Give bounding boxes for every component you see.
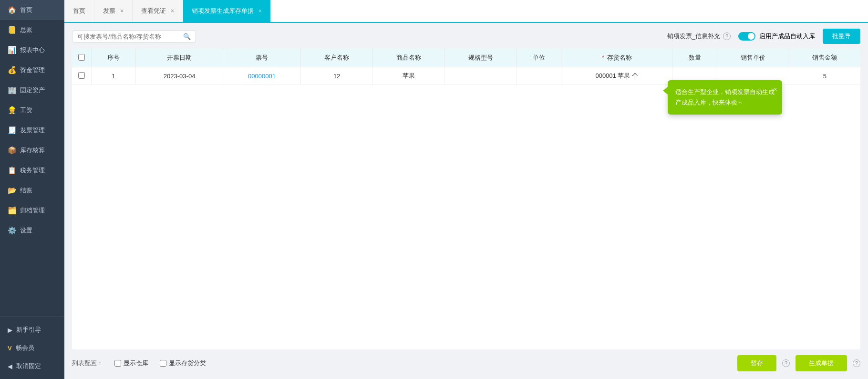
- tooltip-close-button[interactable]: ×: [774, 84, 777, 95]
- sidebar-label-guide: 新手引导: [16, 326, 41, 334]
- sidebar-label-invoice: 发票管理: [20, 126, 45, 135]
- toolbar-right: 销项发票_信息补充 ? 启用产成品自动入库 批量导: [667, 29, 860, 44]
- bottom-actions: 暂存 ? 生成单据 ?: [737, 355, 860, 371]
- tab-home-label: 首页: [73, 7, 85, 15]
- sidebar-item-reports[interactable]: 📊 报表中心: [0, 40, 64, 60]
- sidebar-item-guide[interactable]: ▶ 新手引导: [0, 321, 64, 339]
- list-config-label: 列表配置：: [72, 359, 103, 368]
- toolbar-row: 🔍 销项发票_信息补充 ? 启用产成品自动入库 批量导: [72, 29, 860, 44]
- select-all-checkbox[interactable]: [78, 54, 85, 61]
- search-box[interactable]: 🔍: [72, 31, 196, 42]
- info-label-wrap: 销项发票_信息补充 ?: [667, 32, 731, 41]
- tooltip-arrow: [663, 87, 668, 95]
- home-icon: 🏠: [8, 6, 16, 14]
- tab-storage[interactable]: 销项发票生成库存单据 ×: [183, 0, 270, 22]
- sidebar-item-settings[interactable]: ⚙️ 设置: [0, 221, 64, 241]
- col-customer: 客户名称: [301, 49, 373, 67]
- data-table: 序号 开票日期 票号 客户名称 商品名称 规格型号 单位 * 存货名称 数量 销…: [72, 49, 860, 85]
- row-number[interactable]: 00000001: [223, 67, 300, 85]
- archive-icon: 🗂️: [8, 206, 16, 215]
- show-warehouse-checkbox[interactable]: [114, 360, 121, 367]
- settle-icon: 📂: [8, 186, 16, 195]
- row-seq: 1: [91, 67, 136, 85]
- tab-voucher[interactable]: 查看凭证 ×: [133, 0, 183, 22]
- show-category-wrap[interactable]: 显示存货分类: [160, 359, 206, 368]
- generate-help-icon[interactable]: ?: [853, 359, 860, 367]
- search-icon[interactable]: 🔍: [183, 33, 191, 40]
- ledger-icon: 📒: [8, 26, 16, 34]
- row-model: [444, 67, 517, 85]
- guide-icon: ▶: [8, 326, 12, 334]
- sidebar-item-vip[interactable]: V 畅会员: [0, 339, 64, 357]
- col-product: 商品名称: [372, 49, 444, 67]
- tax-icon: 📋: [8, 166, 16, 175]
- tooltip-popup: × 适合生产型企业，销项发票自动生成产成品入库，快来体验～: [668, 80, 782, 115]
- show-category-checkbox[interactable]: [160, 360, 166, 367]
- batch-button[interactable]: 批量导: [823, 29, 860, 44]
- col-model: 规格型号: [444, 49, 517, 67]
- sidebar-label-vip: 畅会员: [16, 344, 34, 352]
- col-inventory: * 存货名称: [561, 49, 672, 67]
- sidebar-label-inventory: 库存核算: [20, 146, 45, 155]
- col-qty: 数量: [672, 49, 717, 67]
- sidebar-item-settle[interactable]: 📂 结账: [0, 180, 64, 200]
- sidebar-item-unpin[interactable]: ◀ 取消固定: [0, 357, 64, 375]
- row-inventory: 000001 苹果 个: [561, 67, 672, 85]
- row-unit: [517, 67, 561, 85]
- tab-storage-label: 销项发票生成库存单据: [192, 7, 254, 15]
- tab-voucher-label: 查看凭证: [141, 7, 166, 15]
- sidebar-item-inventory[interactable]: 📦 库存核算: [0, 140, 64, 160]
- sidebar-label-funds: 资金管理: [20, 66, 45, 74]
- row-customer: 12: [301, 67, 373, 85]
- sidebar-label-settle: 结账: [20, 186, 32, 195]
- row-checkbox-cell: [72, 67, 91, 85]
- show-category-label: 显示存货分类: [169, 359, 206, 368]
- tab-voucher-close[interactable]: ×: [171, 8, 174, 14]
- row-number-link[interactable]: 00000001: [248, 73, 276, 80]
- col-unit-price: 销售单价: [717, 49, 789, 67]
- vip-icon: V: [8, 345, 12, 352]
- sidebar-label-archive: 归档管理: [20, 206, 45, 215]
- col-checkbox: [72, 49, 91, 67]
- show-warehouse-label: 显示仓库: [124, 359, 148, 368]
- tab-home[interactable]: 首页: [64, 0, 94, 22]
- sidebar-item-assets[interactable]: 🏢 固定资产: [0, 80, 64, 100]
- tab-storage-close[interactable]: ×: [258, 8, 262, 14]
- show-warehouse-wrap[interactable]: 显示仓库: [114, 359, 148, 368]
- sidebar-item-home[interactable]: 🏠 首页: [0, 0, 64, 20]
- col-seq: 序号: [91, 49, 136, 67]
- sidebar-label-reports: 报表中心: [20, 46, 45, 54]
- save-help-icon[interactable]: ?: [782, 359, 790, 367]
- reports-icon: 📊: [8, 46, 16, 54]
- sidebar-item-funds[interactable]: 💰 资金管理: [0, 60, 64, 80]
- sidebar-bottom: ▶ 新手引导 V 畅会员 ◀ 取消固定: [0, 316, 64, 379]
- toggle-label: 启用产成品自动入库: [759, 32, 815, 41]
- sidebar-item-tax[interactable]: 📋 税务管理: [0, 160, 64, 180]
- generate-button[interactable]: 生成单据: [796, 355, 847, 371]
- row-checkbox[interactable]: [78, 72, 85, 79]
- row-product: 苹果: [372, 67, 444, 85]
- auto-warehouse-toggle[interactable]: [738, 32, 755, 41]
- sidebar-label-home: 首页: [20, 6, 32, 14]
- tab-bar: 首页 发票 × 查看凭证 × 销项发票生成库存单据 ×: [64, 0, 868, 23]
- col-unit: 单位: [517, 49, 561, 67]
- sidebar-label-settings: 设置: [20, 226, 32, 235]
- sidebar-item-ledger[interactable]: 📒 总账: [0, 20, 64, 40]
- row-date: 2023-03-04: [136, 67, 223, 85]
- sidebar-item-payroll[interactable]: 👷 工资: [0, 100, 64, 120]
- info-help-icon[interactable]: ?: [723, 32, 731, 40]
- tab-invoice-label: 发票: [103, 7, 115, 15]
- sidebar-item-archive[interactable]: 🗂️ 归档管理: [0, 200, 64, 221]
- settings-icon: ⚙️: [8, 226, 16, 235]
- table-header-row: 序号 开票日期 票号 客户名称 商品名称 规格型号 单位 * 存货名称 数量 销…: [72, 49, 860, 67]
- sidebar-label-ledger: 总账: [20, 26, 32, 34]
- row-amount: 5: [789, 67, 860, 85]
- search-input[interactable]: [77, 33, 180, 40]
- info-label-text: 销项发票_信息补充: [667, 32, 720, 41]
- tab-invoice-close[interactable]: ×: [120, 8, 124, 14]
- tab-invoice[interactable]: 发票 ×: [94, 0, 133, 22]
- funds-icon: 💰: [8, 66, 16, 74]
- sidebar-item-invoice[interactable]: 🧾 发票管理: [0, 120, 64, 140]
- save-button[interactable]: 暂存: [737, 355, 776, 371]
- sidebar-label-assets: 固定资产: [20, 86, 45, 95]
